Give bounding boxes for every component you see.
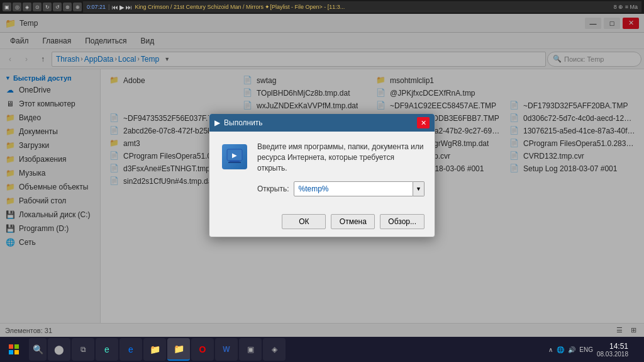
dialog-icon-area: ▶: [219, 142, 250, 172]
app-icon-3[interactable]: ◈: [23, 3, 31, 11]
svg-rect-2: [228, 162, 241, 163]
dialog-field-row: Открыть: ▼: [257, 181, 425, 196]
taskbar-cortana[interactable]: ⬤: [48, 338, 70, 361]
svg-text:▶: ▶: [232, 152, 237, 159]
media-bitrate: 0:07:21: [87, 4, 106, 10]
start-button[interactable]: [3, 338, 25, 361]
app-icon-8[interactable]: ⊕: [73, 3, 82, 11]
dialog-title-icon: ▶: [214, 118, 220, 127]
taskbar-explorer-active[interactable]: 📁: [167, 338, 190, 361]
svg-rect-6: [9, 350, 13, 354]
taskbar-ie[interactable]: e: [119, 338, 142, 361]
taskbar-explorer[interactable]: 📁: [143, 338, 166, 361]
dialog-cancel-button[interactable]: Отмена: [331, 214, 375, 229]
explorer-active-icon: 📁: [174, 344, 184, 354]
taskbar-time-value: 14:51: [597, 342, 628, 351]
dialog-titlebar: ▶ Выполнить ✕: [209, 114, 435, 132]
app-icon-7[interactable]: ⊛: [63, 3, 72, 11]
taskbar-network-icon[interactable]: 🌐: [557, 346, 564, 353]
svg-rect-4: [9, 344, 13, 349]
search-taskbar-icon: 🔍: [33, 344, 43, 354]
media-taskbar-icons: ▣ ◎ ◈ ⊙ ↻ ↺ ⊛ ⊕: [3, 3, 82, 11]
taskbar-chevron[interactable]: ∧: [548, 346, 553, 353]
dialog-dropdown-button[interactable]: ▼: [413, 181, 425, 196]
taskbar-date-value: 08.03.2018: [597, 351, 628, 358]
word-icon: W: [223, 345, 230, 354]
taskbar-app-extra[interactable]: ▣: [239, 338, 262, 361]
media-right: 8 ⊕ ≡ Ma: [614, 4, 638, 10]
run-dialog: ▶ Выполнить ✕ ▶ Введите имя программы, п…: [209, 113, 435, 237]
dialog-field-label: Открыть:: [257, 184, 289, 193]
dialog-open-input[interactable]: [294, 181, 413, 196]
media-taskbar: ▣ ◎ ◈ ⊙ ↻ ↺ ⊛ ⊕ 0:07:21 | ⏮ ▶ ⏭ King Cri…: [0, 0, 644, 14]
taskbar-language[interactable]: ENG: [579, 346, 593, 353]
media-bar: 0:07:21 | ⏮ ▶ ⏭ King Crimson / 21st Cent…: [83, 1, 641, 13]
app-icon-5[interactable]: ↻: [43, 3, 52, 11]
dialog-text-area: Введите имя программы, папки, документа …: [257, 142, 425, 198]
edge-icon: e: [104, 344, 109, 354]
system-taskbar: 🔍 ⬤ ⧉ e e 📁 📁 O W ▣ ◈: [0, 337, 644, 362]
media-next[interactable]: ⏭: [126, 4, 132, 11]
extra-app-icon: ▣: [247, 345, 254, 354]
app-icon-1[interactable]: ▣: [3, 3, 11, 11]
app-icon-4[interactable]: ⊙: [33, 3, 42, 11]
taskbar-word[interactable]: W: [215, 338, 238, 361]
media-prev[interactable]: ⏮: [112, 4, 118, 11]
dialog-buttons: ОК Отмена Обзор...: [209, 209, 435, 237]
app-icon-2[interactable]: ◎: [13, 3, 21, 11]
media-controls[interactable]: ⏮ ▶ ⏭: [112, 4, 132, 11]
dialog-input-wrapper: ▼: [294, 181, 425, 196]
svg-rect-5: [14, 344, 19, 349]
media-sep1: |: [108, 4, 109, 10]
dialog-body: ▶ Введите имя программы, папки, документ…: [209, 132, 435, 208]
dialog-title-area: ▶ Выполнить: [214, 118, 263, 127]
app-icon-6[interactable]: ↺: [53, 3, 62, 11]
run-icon-svg: ▶: [226, 148, 243, 166]
taskbar-opera[interactable]: O: [191, 338, 214, 361]
dialog-ok-button[interactable]: ОК: [282, 214, 326, 229]
svg-rect-7: [14, 350, 19, 354]
dialog-close-button[interactable]: ✕: [417, 117, 430, 128]
dialog-description: Введите имя программы, папки, документа …: [257, 142, 425, 173]
dialog-run-icon: ▶: [222, 144, 247, 169]
ie-icon: e: [128, 344, 133, 354]
taskbar-search[interactable]: 🔍: [29, 338, 47, 361]
media-play[interactable]: ▶: [119, 4, 125, 11]
taskbar-taskview[interactable]: ⧉: [72, 338, 94, 361]
taskbar-edge[interactable]: e: [96, 338, 118, 361]
taskbar-apps: 🔍 ⬤ ⧉ e e 📁 📁 O W ▣ ◈: [26, 338, 542, 361]
windows-logo: [8, 344, 19, 355]
explorer-icon: 📁: [150, 344, 160, 354]
opera-icon: O: [199, 344, 206, 354]
taskbar-speaker-icon[interactable]: 🔊: [568, 346, 575, 353]
taskbar-clock[interactable]: 14:51 08.03.2018: [597, 342, 628, 358]
cortana-icon: ⬤: [54, 344, 64, 354]
dialog-title-text: Выполнить: [224, 118, 263, 127]
extra-app2-icon: ◈: [272, 345, 277, 354]
dialog-browse-button[interactable]: Обзор...: [380, 214, 425, 229]
taskbar-right: ∧ 🌐 🔊 ENG 14:51 08.03.2018: [543, 342, 641, 358]
media-title: King Crimson / 21st Century Schizoid Man…: [135, 4, 611, 10]
dialog-overlay: ▶ Выполнить ✕ ▶ Введите имя программы, п…: [0, 14, 644, 337]
taskbar-app-extra2[interactable]: ◈: [263, 338, 286, 361]
taskview-icon: ⧉: [80, 345, 86, 354]
